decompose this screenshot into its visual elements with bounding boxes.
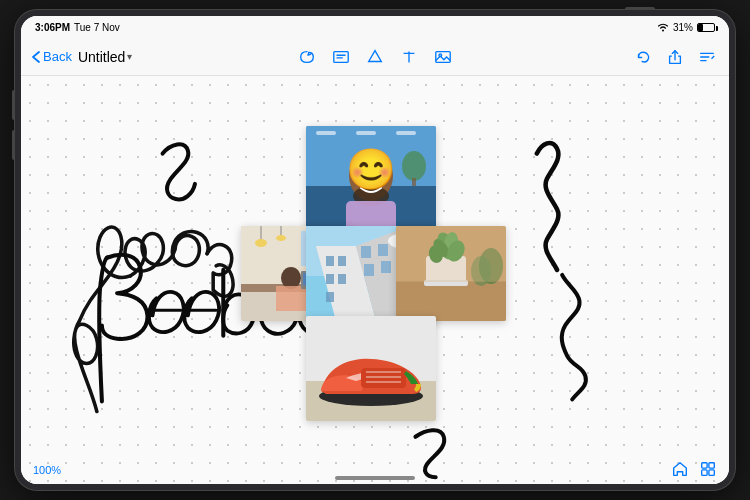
bottom-icons	[671, 460, 717, 481]
svg-point-15	[358, 168, 366, 177]
back-button[interactable]: Back	[31, 49, 72, 64]
toolbar: Back Untitled ▾	[21, 38, 729, 76]
status-bar: 3:06PM Tue 7 Nov 31%	[21, 16, 729, 38]
back-icon	[31, 50, 41, 64]
svg-rect-45	[364, 264, 374, 276]
svg-rect-44	[378, 244, 388, 256]
svg-rect-41	[338, 274, 346, 284]
title-chevron-icon: ▾	[127, 51, 132, 62]
svg-rect-70	[702, 469, 707, 474]
lasso-tool-button[interactable]	[295, 45, 319, 69]
plant-photo[interactable]	[396, 226, 506, 321]
grid-icon[interactable]	[699, 460, 717, 481]
svg-rect-71	[709, 469, 714, 474]
toolbar-left: Back Untitled ▾	[31, 49, 260, 65]
ipad-frame: 3:06PM Tue 7 Nov 31%	[15, 10, 735, 490]
home-icon[interactable]	[671, 460, 689, 481]
svg-rect-10	[356, 131, 376, 135]
battery-percent: 31%	[673, 22, 693, 33]
home-indicator	[335, 476, 415, 480]
status-left: 3:06PM Tue 7 Nov	[35, 22, 120, 33]
photo-collage	[241, 126, 501, 396]
svg-rect-11	[396, 131, 416, 135]
svg-rect-64	[361, 368, 406, 388]
shoes-photo[interactable]	[306, 316, 436, 421]
canvas-area[interactable]: 100%	[21, 76, 729, 484]
svg-point-17	[361, 171, 366, 176]
textbox-tool-button[interactable]	[329, 45, 353, 69]
doc-title[interactable]: Untitled ▾	[78, 49, 132, 65]
svg-point-31	[255, 239, 267, 247]
selfie-photo[interactable]	[306, 126, 436, 231]
svg-rect-43	[361, 246, 371, 258]
volume-up-button[interactable]	[12, 90, 15, 120]
undo-button[interactable]	[631, 45, 655, 69]
wifi-icon	[657, 22, 669, 32]
status-right: 31%	[657, 22, 715, 33]
back-label: Back	[43, 49, 72, 64]
svg-rect-39	[338, 256, 346, 266]
svg-point-26	[281, 267, 301, 289]
svg-rect-46	[381, 261, 391, 273]
toolbar-right	[490, 45, 719, 69]
shape-tool-button[interactable]	[363, 45, 387, 69]
svg-rect-38	[326, 256, 334, 266]
svg-rect-0	[334, 51, 348, 62]
svg-rect-20	[412, 178, 416, 186]
svg-rect-27	[276, 286, 306, 311]
svg-rect-9	[316, 131, 336, 135]
power-button[interactable]	[625, 7, 655, 10]
doc-title-text: Untitled	[78, 49, 125, 65]
battery-icon	[697, 23, 715, 32]
zoom-level[interactable]: 100%	[33, 464, 61, 476]
ipad-screen: 3:06PM Tue 7 Nov 31%	[21, 16, 729, 484]
svg-point-19	[402, 151, 426, 181]
svg-rect-68	[702, 462, 707, 467]
svg-rect-42	[326, 292, 334, 302]
status-date: Tue 7 Nov	[74, 22, 120, 33]
svg-rect-5	[436, 51, 450, 62]
text-tool-button[interactable]	[397, 45, 421, 69]
share-button[interactable]	[663, 45, 687, 69]
volume-down-button[interactable]	[12, 130, 15, 160]
more-button[interactable]	[695, 45, 719, 69]
status-time: 3:06PM	[35, 22, 70, 33]
svg-point-18	[379, 171, 384, 176]
battery-fill	[698, 24, 703, 31]
svg-point-16	[376, 168, 384, 177]
svg-rect-69	[709, 462, 714, 467]
svg-point-33	[276, 235, 286, 241]
image-tool-button[interactable]	[431, 45, 455, 69]
svg-rect-40	[326, 274, 334, 284]
toolbar-center	[260, 45, 489, 69]
svg-rect-50	[396, 281, 506, 321]
svg-rect-60	[396, 226, 506, 282]
